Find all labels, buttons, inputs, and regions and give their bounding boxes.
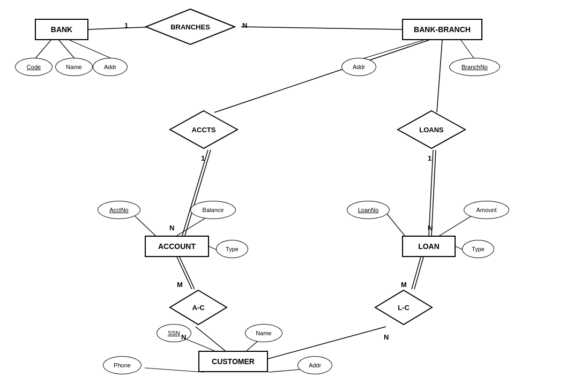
attr-bb-addr-label: Addr <box>353 64 365 70</box>
svg-line-10 <box>196 327 225 351</box>
attr-acct-balance: Balance <box>190 201 236 219</box>
cardinality-accts-1: 1 <box>201 154 205 162</box>
attr-bb-branchno-label: BranchNo <box>462 64 488 70</box>
attr-bank-name: Name <box>55 58 93 76</box>
cardinality-loans-n: N <box>428 224 433 232</box>
svg-line-1 <box>241 27 402 29</box>
cardinality-loans-1: 1 <box>428 154 431 162</box>
svg-line-17 <box>362 40 423 59</box>
attr-cust-name-label: Name <box>256 330 271 336</box>
cardinality-ac-n: N <box>181 333 186 341</box>
svg-line-3 <box>182 150 208 236</box>
cardinality-branches-n: N <box>242 21 247 29</box>
relationship-branches: BRANCHES <box>145 8 236 46</box>
entity-bank-branch-label: BANK-BRANCH <box>414 25 471 34</box>
attr-cust-addr: Addr <box>297 356 332 374</box>
attr-acct-type-label: Type <box>226 246 239 252</box>
relationship-lc-label: L-C <box>398 304 410 312</box>
attr-bb-branchno: BranchNo <box>449 58 500 76</box>
cardinality-branches-1: 1 <box>124 21 128 29</box>
svg-line-5 <box>437 40 442 112</box>
entity-bank: BANK <box>35 19 88 40</box>
svg-line-4 <box>185 150 211 236</box>
cardinality-accts-n: N <box>169 224 174 232</box>
svg-line-16 <box>70 40 113 59</box>
relationship-lc: L-C <box>374 289 433 326</box>
attr-acct-type: Type <box>216 240 248 258</box>
entity-bank-branch: BANK-BRANCH <box>402 19 482 40</box>
attr-cust-addr-label: Addr <box>309 362 321 368</box>
entity-loan-label: LOAN <box>418 242 440 251</box>
attr-cust-phone-label: Phone <box>114 362 131 368</box>
svg-line-19 <box>131 213 155 236</box>
entity-customer: CUSTOMER <box>198 351 268 372</box>
relationship-ac: A-C <box>169 289 228 326</box>
entity-customer-label: CUSTOMER <box>212 357 255 366</box>
entity-bank-label: BANK <box>51 25 72 34</box>
attr-bank-name-label: Name <box>66 64 81 70</box>
attr-acct-balance-label: Balance <box>203 207 224 213</box>
attr-cust-name: Name <box>245 324 282 342</box>
attr-bank-addr-label: Addr <box>104 64 116 70</box>
svg-line-15 <box>59 40 75 59</box>
svg-line-6 <box>429 150 433 236</box>
attr-bb-addr: Addr <box>341 58 376 76</box>
attr-loan-loanno-label: LoanNo <box>358 207 379 213</box>
connection-lines <box>0 0 588 392</box>
cardinality-lc-m: M <box>401 281 407 289</box>
cardinality-ac-m: M <box>177 281 183 289</box>
attr-acct-acctno-label: AcctNo <box>109 207 128 213</box>
attr-loan-loanno: LoanNo <box>347 201 390 219</box>
svg-line-12 <box>412 257 421 289</box>
relationship-loans-label: LOANS <box>419 126 444 134</box>
cardinality-lc-n: N <box>384 333 389 341</box>
relationship-branches-label: BRANCHES <box>170 23 210 31</box>
svg-line-13 <box>268 327 386 359</box>
svg-line-18 <box>461 40 474 59</box>
attr-loan-amount: Amount <box>464 201 509 219</box>
attr-acct-acctno: AcctNo <box>98 201 140 219</box>
svg-line-27 <box>145 368 204 372</box>
svg-line-14 <box>35 40 51 59</box>
relationship-ac-label: A-C <box>192 304 204 312</box>
attr-bank-code-label: Code <box>27 64 41 70</box>
svg-line-22 <box>386 213 405 236</box>
attr-loan-amount-label: Amount <box>477 207 497 213</box>
entity-loan: LOAN <box>402 236 456 257</box>
svg-line-2 <box>214 40 429 112</box>
attr-loan-type-label: Type <box>472 246 485 252</box>
attr-bank-code: Code <box>15 58 53 76</box>
relationship-loans: LOANS <box>397 110 466 150</box>
attr-cust-ssn-label: SSN <box>168 330 180 336</box>
attr-loan-type: Type <box>462 240 494 258</box>
attr-cust-phone: Phone <box>103 356 142 374</box>
relationship-accts: ACCTS <box>169 110 239 150</box>
svg-line-11 <box>414 257 423 289</box>
er-diagram: BANK BANK-BRANCH ACCOUNT LOAN CUSTOMER B… <box>0 0 588 392</box>
attr-bank-addr: Addr <box>93 58 128 76</box>
entity-account: ACCOUNT <box>145 236 209 257</box>
entity-account-label: ACCOUNT <box>158 242 196 251</box>
relationship-accts-label: ACCTS <box>192 126 216 134</box>
svg-line-7 <box>431 150 436 236</box>
